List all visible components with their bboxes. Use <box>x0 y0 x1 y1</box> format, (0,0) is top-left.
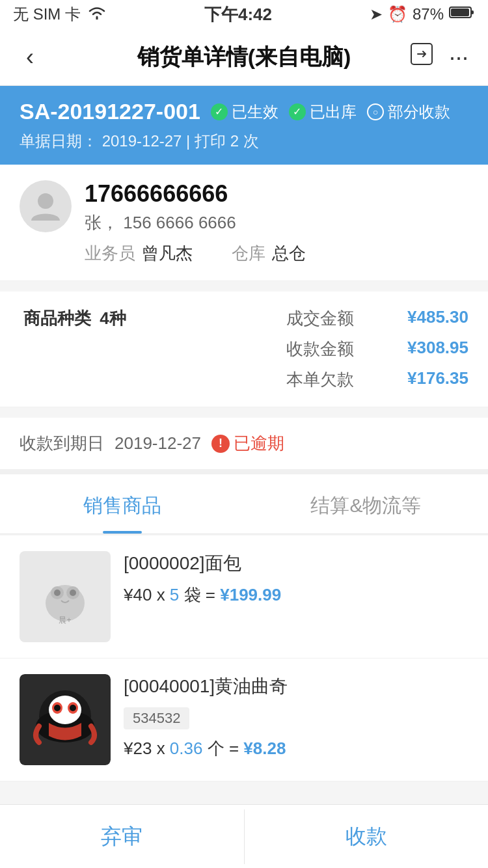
status-right: ➤ ⏰ 87% <box>370 5 475 23</box>
due-label: 收款到期日 <box>20 432 104 455</box>
svg-point-17 <box>54 705 61 711</box>
customer-phone: 张， 156 6666 6666 <box>85 211 468 234</box>
product-item: 晨+ [0000002]面包 ¥40 x 5 袋 = ¥199.99 <box>0 536 488 658</box>
bottom-bar: 弃审 收款 <box>0 804 488 868</box>
svg-point-18 <box>70 705 76 711</box>
tab-settlement[interactable]: 结算&物流等 <box>244 474 488 534</box>
customer-avatar <box>20 180 72 232</box>
status-bar: 无 SIM 卡 下午4:42 ➤ ⏰ 87% <box>0 0 488 29</box>
sales-info: 业务员 曾凡杰 <box>85 242 193 265</box>
product-image-2 <box>20 674 111 765</box>
collect-button[interactable]: 收款 <box>245 809 489 864</box>
product-details-2: [00040001]黄油曲奇 534532 ¥23 x 0.36 个 = ¥8.… <box>124 674 468 760</box>
product-sku-2: 534532 <box>124 707 189 729</box>
summary-section: 商品种类 4种 成交金额 ¥485.30 收款金额 ¥308.95 本单欠款 ¥… <box>0 292 488 407</box>
alarm-icon: ⏰ <box>388 5 407 23</box>
wifi-icon <box>87 5 107 23</box>
amount-row: 成交金额 ¥485.30 <box>286 307 468 330</box>
customer-info: 17666666666 张， 156 6666 6666 业务员 曾凡杰 仓库 … <box>85 180 468 265</box>
back-button[interactable]: ‹ <box>20 37 40 77</box>
product-name-1: [0000002]面包 <box>124 551 468 576</box>
status-partial: ○ 部分收款 <box>367 102 450 122</box>
product-price-1: ¥40 x 5 袋 = ¥199.99 <box>124 584 468 606</box>
order-header-top: SA-20191227-001 ✓ 已生效 ✓ 已出库 ○ 部分收款 <box>20 99 468 124</box>
status-time: 下午4:42 <box>204 3 272 26</box>
overdue-text: 已逾期 <box>234 432 284 455</box>
share-icon[interactable] <box>410 42 433 72</box>
svg-text:晨+: 晨+ <box>59 616 71 625</box>
check-icon-shipped: ✓ <box>289 103 306 120</box>
overdue-badge: ! 已逾期 <box>211 432 284 455</box>
clock-icon: ○ <box>367 103 384 120</box>
customer-meta: 业务员 曾凡杰 仓库 总仓 <box>85 242 468 265</box>
received-row: 收款金额 ¥308.95 <box>286 338 468 360</box>
svg-rect-1 <box>471 10 474 14</box>
nav-bar: ‹ 销货单详情(来自电脑) ··· <box>0 29 488 86</box>
sim-status: 无 SIM 卡 <box>13 4 81 25</box>
battery-percent: 87% <box>413 5 444 23</box>
order-header: SA-20191227-001 ✓ 已生效 ✓ 已出库 ○ 部分收款 单据日期：… <box>0 86 488 165</box>
owed-row: 本单欠款 ¥176.35 <box>286 368 468 391</box>
svg-point-4 <box>38 193 53 209</box>
check-icon-effective: ✓ <box>211 103 228 120</box>
svg-point-9 <box>70 590 76 596</box>
due-section: 收款到期日 2019-12-27 ! 已逾期 <box>0 418 488 474</box>
product-list: 晨+ [0000002]面包 ¥40 x 5 袋 = ¥199.99 <box>0 536 488 781</box>
product-item: [00040001]黄油曲奇 534532 ¥23 x 0.36 个 = ¥8.… <box>0 658 488 781</box>
battery-icon <box>449 5 475 23</box>
product-name-2: [00040001]黄油曲奇 <box>124 674 468 699</box>
overdue-dot: ! <box>211 435 230 453</box>
tab-products[interactable]: 销售商品 <box>0 474 244 534</box>
customer-section: 17666666666 张， 156 6666 6666 业务员 曾凡杰 仓库 … <box>0 165 488 281</box>
product-category: 商品种类 4种 <box>20 307 286 330</box>
page-title: 销货单详情(来自电脑) <box>137 42 351 72</box>
status-effective: ✓ 已生效 <box>211 102 278 122</box>
location-icon: ➤ <box>370 5 383 23</box>
nav-actions: ··· <box>410 42 468 72</box>
product-price-2: ¥23 x 0.36 个 = ¥8.28 <box>124 737 468 760</box>
customer-name: 17666666666 <box>85 180 468 208</box>
status-shipped: ✓ 已出库 <box>289 102 357 122</box>
summary-left: 商品种类 4种 <box>20 307 286 330</box>
status-left: 无 SIM 卡 <box>13 4 107 25</box>
svg-point-8 <box>54 590 61 596</box>
warehouse-info: 仓库 总仓 <box>232 242 306 265</box>
order-date: 单据日期： 2019-12-27 | 打印 2 次 <box>20 131 468 152</box>
reject-button[interactable]: 弃审 <box>0 809 245 864</box>
product-image-1: 晨+ <box>20 551 111 642</box>
due-date: 2019-12-27 <box>115 433 201 454</box>
page-content: SA-20191227-001 ✓ 已生效 ✓ 已出库 ○ 部分收款 单据日期：… <box>0 86 488 847</box>
more-icon[interactable]: ··· <box>449 44 468 71</box>
svg-rect-2 <box>451 8 469 16</box>
product-details-1: [0000002]面包 ¥40 x 5 袋 = ¥199.99 <box>124 551 468 606</box>
order-id: SA-20191227-001 <box>20 99 200 124</box>
summary-right: 成交金额 ¥485.30 收款金额 ¥308.95 本单欠款 ¥176.35 <box>286 307 468 391</box>
tabs: 销售商品 结算&物流等 <box>0 474 488 534</box>
